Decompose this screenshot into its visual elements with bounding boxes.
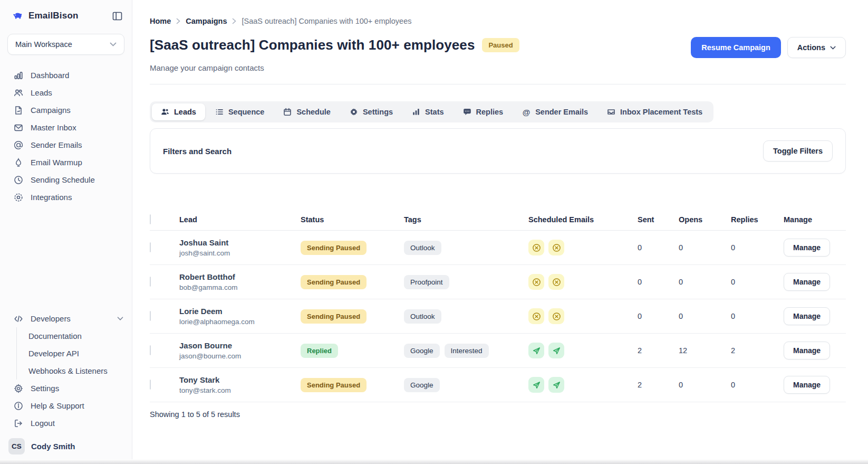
column-header-replies: Replies xyxy=(731,215,784,224)
sidebar-item-integrations[interactable]: Integrations xyxy=(0,188,132,206)
resume-campaign-button[interactable]: Resume Campaign xyxy=(691,37,781,58)
scheduled-email-send-icon[interactable] xyxy=(528,377,544,393)
sidebar-item-label: Sending Schedule xyxy=(31,175,95,184)
scheduled-email-paused-icon[interactable] xyxy=(548,240,564,255)
tab-inbox-placement-tests[interactable]: Inbox Placement Tests xyxy=(598,103,711,120)
email-warmup-icon xyxy=(14,158,23,167)
workspace-selector[interactable]: Main Workspace xyxy=(7,34,124,55)
chevron-down-icon xyxy=(117,317,123,320)
select-all-checkbox[interactable] xyxy=(150,214,151,224)
tab-replies[interactable]: Replies xyxy=(454,103,513,120)
row-checkbox[interactable] xyxy=(150,311,151,321)
sidebar-item-settings[interactable]: Settings xyxy=(0,380,132,397)
manage-button[interactable]: Manage xyxy=(784,342,830,359)
lead-name[interactable]: Tony Stark xyxy=(179,375,301,384)
toggle-filters-button[interactable]: Toggle Filters xyxy=(763,140,833,162)
scheduled-email-send-icon[interactable] xyxy=(528,343,544,358)
sidebar-item-help-support[interactable]: Help & Support xyxy=(0,397,132,414)
sidebar-item-email-warmup[interactable]: Email Warmup xyxy=(0,154,132,171)
sidebar-item-label: Leads xyxy=(31,88,52,97)
scheduled-email-send-icon[interactable] xyxy=(548,377,564,393)
filters-card: Filters and Search Toggle Filters xyxy=(150,128,846,174)
sidebar-item-label: Logout xyxy=(31,419,55,428)
bison-logo-icon xyxy=(13,11,24,21)
chevron-right-icon xyxy=(176,18,180,24)
tag-badge: Outlook xyxy=(404,309,441,324)
row-checkbox[interactable] xyxy=(150,277,151,287)
tag-badge: Outlook xyxy=(404,241,441,255)
user-row[interactable]: CS Cody Smith xyxy=(0,432,132,464)
manage-button[interactable]: Manage xyxy=(784,239,830,257)
sidebar-item-dashboard[interactable]: Dashboard xyxy=(0,67,132,84)
sidebar-item-webhooks-listeners[interactable]: Webhooks & Listeners xyxy=(17,362,132,380)
gear-icon xyxy=(350,108,358,116)
sidebar-toggle-icon[interactable] xyxy=(112,12,122,21)
brand[interactable]: EmailBison xyxy=(13,11,112,21)
tab-sender-emails[interactable]: @ Sender Emails xyxy=(513,103,597,120)
replies-count: 0 xyxy=(731,381,784,389)
sidebar-item-label: Dashboard xyxy=(31,71,69,80)
tab-label: Stats xyxy=(425,108,443,116)
status-badge: Paused xyxy=(482,38,519,52)
replies-count: 2 xyxy=(731,346,784,355)
scheduled-email-send-icon[interactable] xyxy=(548,343,564,358)
scheduled-email-paused-icon[interactable] xyxy=(528,308,544,324)
row-checkbox[interactable] xyxy=(150,380,151,390)
campaigns-icon xyxy=(14,106,23,115)
at-sign-icon: @ xyxy=(522,108,531,116)
tag-badge: Proofpoint xyxy=(404,275,449,289)
breadcrumb-campaigns[interactable]: Campaigns xyxy=(186,17,227,25)
actions-button[interactable]: Actions xyxy=(787,37,846,58)
replies-count: 0 xyxy=(731,312,784,320)
opens-count: 0 xyxy=(679,381,731,389)
sidebar-item-master-inbox[interactable]: Master Inbox xyxy=(0,119,132,136)
breadcrumb-home[interactable]: Home xyxy=(150,17,171,25)
row-checkbox[interactable] xyxy=(150,345,151,355)
users-icon xyxy=(161,108,169,116)
sidebar-item-label: Developers xyxy=(31,314,71,323)
sidebar-item-logout[interactable]: Logout xyxy=(0,414,132,432)
scheduled-email-paused-icon[interactable] xyxy=(548,274,564,290)
brand-name: EmailBison xyxy=(28,11,79,21)
breadcrumb: Home Campaigns [SaaS outreach] Companies… xyxy=(150,17,846,25)
sidebar-item-label: Master Inbox xyxy=(31,123,76,132)
sidebar-item-sending-schedule[interactable]: Sending Schedule xyxy=(0,171,132,188)
table-row: Tony Stark tony@stark.com Sending Paused… xyxy=(150,368,846,402)
sidebar-item-developer-api[interactable]: Developer API xyxy=(17,345,132,362)
status-badge: Sending Paused xyxy=(301,309,367,324)
status-badge: Sending Paused xyxy=(301,378,367,392)
tab-leads[interactable]: Leads xyxy=(152,103,205,120)
sidebar-item-developers[interactable]: Developers xyxy=(0,310,132,327)
page-title: [SaaS outreach] Companies with 100+ empl… xyxy=(150,37,475,53)
tab-settings[interactable]: Settings xyxy=(341,103,402,120)
sidebar-item-label: Documentation xyxy=(28,332,82,340)
scheduled-email-paused-icon[interactable] xyxy=(528,240,544,255)
tab-sequence[interactable]: Sequence xyxy=(206,103,274,120)
sidebar-nav: Dashboard Leads Campaigns Master Inbox S… xyxy=(0,67,132,206)
tab-schedule[interactable]: Schedule xyxy=(274,103,339,120)
manage-button[interactable]: Manage xyxy=(784,376,830,394)
lead-name[interactable]: Lorie Deem xyxy=(179,307,301,316)
chevron-down-icon xyxy=(830,46,836,50)
lead-name[interactable]: Joshua Saint xyxy=(179,238,301,247)
manage-button[interactable]: Manage xyxy=(784,307,830,325)
column-header-manage: Manage xyxy=(784,215,846,224)
sidebar-spacer xyxy=(0,206,132,310)
sidebar-item-label: Email Warmup xyxy=(31,158,82,167)
lead-name[interactable]: Jason Bourne xyxy=(179,341,301,350)
manage-button[interactable]: Manage xyxy=(784,273,830,291)
scheduled-email-paused-icon[interactable] xyxy=(548,308,564,324)
column-header-tags: Tags xyxy=(404,215,528,224)
tab-stats[interactable]: Stats xyxy=(403,103,452,120)
sidebar-item-leads[interactable]: Leads xyxy=(0,84,132,101)
table-row: Lorie Deem lorie@alphaomega.com Sending … xyxy=(150,299,846,334)
sidebar-item-documentation[interactable]: Documentation xyxy=(17,327,132,345)
sidebar-item-campaigns[interactable]: Campaigns xyxy=(0,101,132,119)
sidebar-item-sender-emails[interactable]: Sender Emails xyxy=(0,136,132,154)
lead-name[interactable]: Robert Botthof xyxy=(179,272,301,281)
row-checkbox[interactable] xyxy=(150,242,151,252)
column-header-sent: Sent xyxy=(638,215,679,224)
user-name: Cody Smith xyxy=(31,442,75,451)
scheduled-email-paused-icon[interactable] xyxy=(528,274,544,290)
replies-count: 0 xyxy=(731,243,784,252)
